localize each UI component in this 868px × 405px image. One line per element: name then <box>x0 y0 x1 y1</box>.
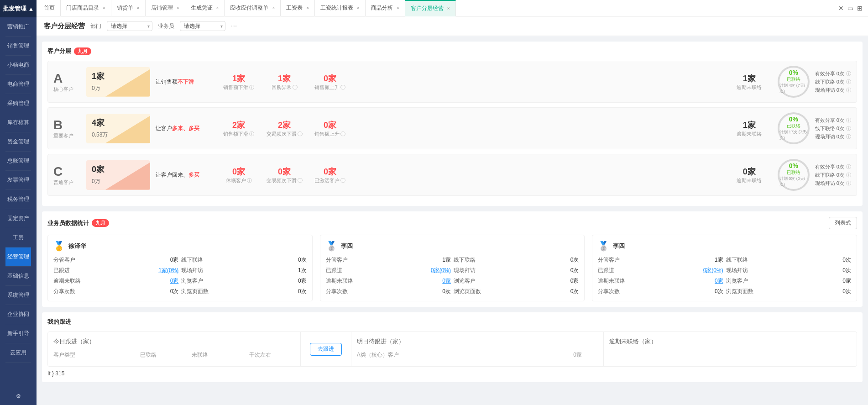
staff-stat-val-1-2[interactable]: 0家(0%) <box>431 267 451 274</box>
sidebar-item-税务管理[interactable]: 税务管理 <box>5 190 31 209</box>
tab-商品分析[interactable]: 商品分析× <box>366 0 405 16</box>
staff-name-1: 李四 <box>341 242 353 250</box>
col-header-unlinked: 未联络 <box>174 349 225 361</box>
metric-item-B-1: 2家 交易频次下滑 ⓘ <box>266 120 303 137</box>
tab-首页[interactable]: 首页 <box>38 0 61 16</box>
staff-stat-val-0-2[interactable]: 1家(0%) <box>158 267 178 274</box>
sidebar-item-小畅电商[interactable]: 小畅电商 <box>5 56 31 75</box>
close-tab-button[interactable]: ✕ <box>838 5 844 12</box>
staff-stat-val-2-1: 0次 <box>842 256 851 264</box>
metric-item-B-2: 0家 销售额上升 ⓘ <box>312 120 348 137</box>
staff-stat-val-0-5: 0家 <box>298 277 307 285</box>
sidebar-item-销售管理[interactable]: 销售管理 <box>5 37 31 56</box>
tab-门店商品目录[interactable]: 门店商品目录× <box>61 0 111 16</box>
tab-工资统计报表[interactable]: 工资统计报表× <box>315 0 366 16</box>
info-icon-C-2[interactable]: ⓘ <box>340 177 345 184</box>
tab-生成凭证[interactable]: 生成凭证× <box>185 0 225 16</box>
stat-info-icon-C-0[interactable]: ⓘ <box>846 163 851 170</box>
sidebar-item-电商管理[interactable]: 电商管理 <box>5 75 31 94</box>
info-icon-B-0[interactable]: ⓘ <box>249 131 254 137</box>
tab-close-店铺管理[interactable]: × <box>177 5 179 11</box>
sidebar-item-新手引导[interactable]: 新手引导 <box>5 324 31 343</box>
tab-close-应收应付调整单[interactable]: × <box>272 5 275 11</box>
settings-gear[interactable]: ⚙ <box>0 388 37 405</box>
tab-应收应付调整单[interactable]: 应收应付调整单× <box>225 0 281 16</box>
staff-stat-val-1-1: 0次 <box>570 256 579 264</box>
tier-circle-C: 0% 已联络 计划 0次 (0天/次) <box>778 159 810 191</box>
stat-info-icon-B-1[interactable]: ⓘ <box>846 125 851 132</box>
staff-header-0: 🥇 徐泽华 <box>53 241 307 252</box>
info-icon-B-2[interactable]: ⓘ <box>340 131 345 137</box>
dept-label: 部门 <box>90 22 101 30</box>
stat-info-icon-B-2[interactable]: ⓘ <box>846 133 851 140</box>
stat-info-icon-A-2[interactable]: ⓘ <box>846 87 851 94</box>
sidebar-collapse-icon[interactable]: ▲ <box>28 5 34 12</box>
tier-metrics-C: 0家 休眠客户 ⓘ 0家 交易频次下滑 ⓘ 0家 已激活客户 ⓘ <box>220 166 721 184</box>
info-icon-B-1[interactable]: ⓘ <box>298 131 303 137</box>
staff-header-1: 🥈 李四 <box>326 241 579 252</box>
business-stats-title: 业务员数据统计 九月 <box>47 219 109 227</box>
sidebar-item-发票管理[interactable]: 发票管理 <box>5 171 31 190</box>
tab-店铺管理[interactable]: 店铺管理× <box>146 0 185 16</box>
sidebar-item-系统管理[interactable]: 系统管理 <box>5 286 31 305</box>
tomorrow-follow-col: 明日待跟进（家） A类（核心）客户 0家 <box>351 332 604 366</box>
sidebar-item-企业协同[interactable]: 企业协同 <box>5 305 31 324</box>
sidebar-item-工资[interactable]: 工资 <box>5 228 31 247</box>
sidebar-item-库存核算[interactable]: 库存核算 <box>5 113 31 132</box>
stat-info-icon-A-1[interactable]: ⓘ <box>846 79 851 85</box>
sidebar-item-基础信息[interactable]: 基础信息 <box>5 267 31 286</box>
stat-info-icon-B-0[interactable]: ⓘ <box>846 117 851 124</box>
staff-select[interactable]: 请选择 <box>180 21 225 31</box>
info-icon-A-0[interactable]: ⓘ <box>249 84 254 91</box>
tab-close-工资统计报表[interactable]: × <box>357 5 360 11</box>
info-icon-A-1[interactable]: ⓘ <box>293 84 298 91</box>
tab-actions: ✕ ▭ ⊞ <box>838 5 866 12</box>
goto-button-col: 去跟进 <box>301 332 351 366</box>
staff-stat-val-1-3: 0次 <box>570 267 579 274</box>
tab-close-销货单[interactable]: × <box>137 5 140 11</box>
sidebar-item-总账管理[interactable]: 总账管理 <box>5 152 31 171</box>
business-stats-section: 业务员数据统计 九月 列表式 🥇 徐泽华 分管客户 0家 线下联络 0次 已跟进 <box>42 211 863 307</box>
tab-close-客户分层经营[interactable]: × <box>447 6 450 11</box>
staff-header-2: 🥈 李四 <box>598 241 851 252</box>
metric-item-A-2: 0家 销售额上升 ⓘ <box>312 73 348 91</box>
business-stats-header: 业务员数据统计 九月 列表式 <box>47 217 857 229</box>
expand-tab-button[interactable]: ⊞ <box>857 5 863 12</box>
staff-stat-val-1-4[interactable]: 0家 <box>442 277 451 285</box>
stat-info-icon-C-1[interactable]: ⓘ <box>846 172 851 179</box>
customer-tier-section: 客户分层 九月 A 核心客户 1家 0万 让销售额不下滑 1家 销售额下滑 ⓘ <box>42 42 863 206</box>
tab-客户分层经营[interactable]: 客户分层经营× <box>405 0 456 16</box>
sidebar-item-资金管理[interactable]: 资金管理 <box>5 132 31 152</box>
tab-close-工资表[interactable]: × <box>306 5 309 11</box>
sidebar-item-经营管理[interactable]: 经营管理 <box>5 247 31 267</box>
stat-info-icon-C-2[interactable]: ⓘ <box>846 180 851 187</box>
dept-select-wrap: 请选择 <box>107 21 152 31</box>
tab-close-门店商品目录[interactable]: × <box>103 5 105 11</box>
goto-follow-button[interactable]: 去跟进 <box>310 343 342 356</box>
stat-info-icon-A-0[interactable]: ⓘ <box>846 70 851 77</box>
bottom-text: It } 315 <box>47 370 857 377</box>
tier-label-A: A 核心客户 <box>53 71 81 93</box>
month-badge: 九月 <box>74 47 91 55</box>
tab-close-商品分析[interactable]: × <box>397 5 399 11</box>
dept-select[interactable]: 请选择 <box>107 21 152 31</box>
staff-stat-val-0-7: 0次 <box>298 288 307 295</box>
tab-工资表[interactable]: 工资表× <box>281 0 315 16</box>
staff-stat-val-0-4[interactable]: 0家 <box>170 277 179 285</box>
staff-stat-val-2-4[interactable]: 0家 <box>715 277 723 285</box>
sidebar-item-固定资产[interactable]: 固定资产 <box>5 209 31 228</box>
sidebar-item-营销推广[interactable]: 营销推广 <box>5 17 31 37</box>
restore-tab-button[interactable]: ▭ <box>847 5 853 12</box>
more-options-button[interactable]: ··· <box>231 22 237 30</box>
sidebar-item-采购管理[interactable]: 采购管理 <box>5 94 31 113</box>
info-icon-A-2[interactable]: ⓘ <box>340 84 345 91</box>
today-follow-col: 今日跟进（家） 客户类型 已联络 未联络 千次左右 <box>48 332 301 366</box>
list-view-button[interactable]: 列表式 <box>829 217 857 229</box>
tab-close-生成凭证[interactable]: × <box>216 5 219 11</box>
info-icon-C-1[interactable]: ⓘ <box>298 177 303 184</box>
info-icon-C-0[interactable]: ⓘ <box>247 177 252 184</box>
staff-stat-val-2-2[interactable]: 0家(0%) <box>703 267 723 274</box>
sidebar-item-云应用[interactable]: 云应用 <box>5 343 31 363</box>
tab-销货单[interactable]: 销货单× <box>111 0 146 16</box>
sidebar-header[interactable]: 批发管理 ▲ <box>0 0 37 17</box>
